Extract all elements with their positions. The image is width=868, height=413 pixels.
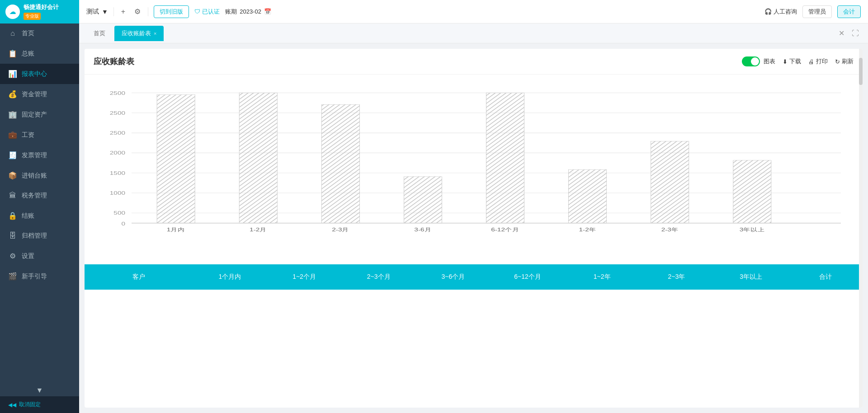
table-col-0: 客户 <box>85 273 193 281</box>
period-label: 账期 <box>225 8 237 16</box>
refresh-icon: ↻ <box>835 58 840 65</box>
main-area: 测试 ▼ + ⚙ 切到旧版 🛡 已认证 账期 2023-02 📅 🎧 人工咨询 … <box>79 0 868 413</box>
sidebar-item-salary[interactable]: 💼 工资 <box>0 125 79 145</box>
logo-icon: ☁ <box>5 5 20 19</box>
sidebar-item-tax[interactable]: 🏛 税务管理 <box>0 186 79 206</box>
archive-icon: 🗄 <box>8 232 17 240</box>
svg-text:1-2月: 1-2月 <box>250 227 267 233</box>
sidebar-item-invoice[interactable]: 🧾 发票管理 <box>0 145 79 165</box>
certified-badge: 🛡 已认证 <box>194 8 220 16</box>
reports-icon: 📊 <box>8 70 17 78</box>
trade-icon: 📦 <box>8 171 17 180</box>
table-col-6: 1~2年 <box>565 273 639 281</box>
sidebar-label-tax: 税务管理 <box>22 192 47 200</box>
content-area: 应收账龄表 图表 ⬇ 下载 🖨 打印 ↻ <box>79 43 868 413</box>
svg-text:500: 500 <box>113 210 125 216</box>
sidebar-label-guide: 新手引导 <box>22 272 47 281</box>
sidebar-scroll-down[interactable]: ▼ <box>0 385 79 396</box>
svg-text:1000: 1000 <box>110 190 125 196</box>
logo-text: 畅捷通好会计 <box>24 4 59 11</box>
chart-toggle-container: 图表 <box>742 56 775 66</box>
sidebar-label-salary: 工资 <box>22 131 34 139</box>
assets-icon: 🏢 <box>8 110 17 119</box>
user-manager-btn[interactable]: 管理员 <box>802 5 832 18</box>
bar-3年以上 <box>733 160 771 223</box>
bar-chart-svg: 2500 2500 2500 2000 1500 1000 500 0 <box>94 84 854 242</box>
shield-icon: 🛡 <box>194 8 200 15</box>
sidebar-label-ledger: 总账 <box>22 50 34 58</box>
pin-label: 取消固定 <box>19 401 41 408</box>
sidebar-label-closing: 结账 <box>22 212 34 220</box>
download-icon: ⬇ <box>783 58 788 65</box>
period-selector[interactable]: 账期 2023-02 📅 <box>225 8 271 16</box>
invoice-icon: 🧾 <box>8 151 17 160</box>
bar-6-12月 <box>486 93 524 223</box>
service-btn[interactable]: 🎧 人工咨询 <box>764 8 797 16</box>
page-title: 应收账龄表 <box>94 56 134 67</box>
sidebar-item-trade[interactable]: 📦 进销台账 <box>0 165 79 186</box>
svg-text:2500: 2500 <box>110 130 125 136</box>
sidebar-item-settings[interactable]: ⚙ 设置 <box>0 246 79 266</box>
print-button[interactable]: 🖨 打印 <box>808 57 828 66</box>
sidebar-label-assets: 固定资产 <box>22 111 47 119</box>
bar-1月内 <box>157 95 195 223</box>
refresh-button[interactable]: ↻ 刷新 <box>835 57 854 66</box>
chart-toggle-label: 图表 <box>764 57 775 66</box>
svg-text:0: 0 <box>121 221 125 227</box>
refresh-label: 刷新 <box>842 57 854 66</box>
sidebar-label-settings: 设置 <box>22 252 34 260</box>
sidebar-item-funds[interactable]: 💰 资金管理 <box>0 84 79 104</box>
svg-text:3-6月: 3-6月 <box>414 227 431 233</box>
fullscreen-button[interactable]: ⛶ <box>850 27 861 39</box>
settings-button[interactable]: ⚙ <box>132 5 142 18</box>
table-col-9: 合计 <box>788 273 863 281</box>
user-role-btn[interactable]: 会计 <box>837 5 861 18</box>
chart-toggle[interactable] <box>742 56 760 66</box>
chevron-down-icon: ▼ <box>102 8 108 15</box>
sidebar-item-ledger[interactable]: 📋 总账 <box>0 43 79 64</box>
topbar-divider-1 <box>113 7 114 16</box>
svg-text:2500: 2500 <box>110 90 125 96</box>
bar-2-3年 <box>651 141 689 223</box>
ledger-icon: 📋 <box>8 49 17 58</box>
page-container: 应收账龄表 图表 ⬇ 下载 🖨 打印 ↻ <box>85 49 863 408</box>
tab-close-icon[interactable]: × <box>154 31 156 36</box>
bar-2-3月 <box>321 104 359 223</box>
sidebar-item-home[interactable]: ⌂ 首页 <box>0 23 79 43</box>
service-label: 人工咨询 <box>774 8 797 16</box>
switch-version-button[interactable]: 切到旧版 <box>154 5 189 18</box>
sidebar-label-archive: 归档管理 <box>22 232 47 240</box>
project-name: 测试 <box>86 8 99 16</box>
close-window-button[interactable]: ✕ <box>837 27 846 39</box>
sidebar-item-guide[interactable]: 🎬 新手引导 <box>0 266 79 286</box>
chart-svg-container: 2500 2500 2500 2000 1500 1000 500 0 <box>94 84 854 242</box>
svg-text:1月内: 1月内 <box>167 227 185 233</box>
sidebar: ☁ 畅捷通好会计 专业版 ⌂ 首页 📋 总账 📊 报表中心 💰 资金管理 🏢 固… <box>0 0 79 413</box>
closing-icon: 🔒 <box>8 211 17 220</box>
bar-3-6月 <box>404 177 442 223</box>
download-button[interactable]: ⬇ 下载 <box>783 57 801 66</box>
add-button[interactable]: + <box>119 6 127 18</box>
tab-home[interactable]: 首页 <box>86 26 113 41</box>
sidebar-item-archive[interactable]: 🗄 归档管理 <box>0 226 79 246</box>
sidebar-item-assets[interactable]: 🏢 固定资产 <box>0 104 79 125</box>
table-col-7: 2~3年 <box>639 273 714 281</box>
settings-icon: ⚙ <box>8 252 17 260</box>
table-col-8: 3年以上 <box>714 273 788 281</box>
sidebar-label-invoice: 发票管理 <box>22 151 47 160</box>
page-header: 应收账龄表 图表 ⬇ 下载 🖨 打印 ↻ <box>85 49 863 75</box>
home-icon: ⌂ <box>8 29 17 38</box>
sidebar-item-reports[interactable]: 📊 报表中心 <box>0 64 79 84</box>
project-selector[interactable]: 测试 ▼ <box>86 8 108 16</box>
page-scrollbar[interactable] <box>859 49 863 408</box>
tabs-bar: 首页 应收账龄表 × ✕ ⛶ <box>79 23 868 43</box>
topbar-right: 🎧 人工咨询 管理员 会计 <box>764 5 861 18</box>
bar-1-2年 <box>569 169 607 223</box>
sidebar-label-reports: 报表中心 <box>22 70 47 78</box>
tab-aging[interactable]: 应收账龄表 × <box>114 26 164 41</box>
svg-text:2-3年: 2-3年 <box>661 227 679 233</box>
svg-text:2500: 2500 <box>110 110 125 116</box>
sidebar-pin-btn[interactable]: ◀◀ 取消固定 <box>0 396 79 413</box>
sidebar-item-closing[interactable]: 🔒 结账 <box>0 206 79 226</box>
certified-label: 已认证 <box>202 8 220 16</box>
